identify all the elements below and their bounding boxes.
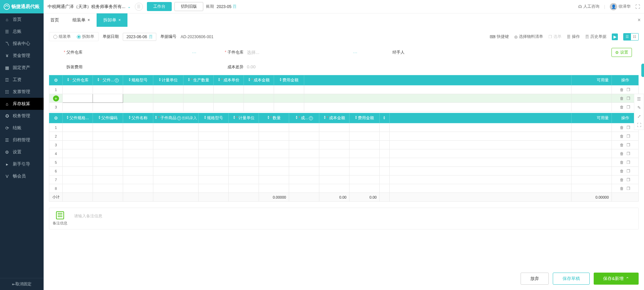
nav-archive[interactable]: ☰归档管理 [0,134,44,146]
copy-icon[interactable]: ❐ [627,169,630,173]
copy-icon[interactable]: ❐ [627,186,630,191]
close-all-tabs[interactable]: × [638,17,641,23]
delete-icon[interactable]: 🗑 [620,160,624,165]
nav-inventory[interactable]: ⌂库存核算 [0,98,44,110]
table-row[interactable]: 6🗑❐ [49,167,639,175]
radio-disassembly[interactable]: 拆卸单 [77,34,94,40]
fullscreen-icon[interactable]: ⛶ [635,4,640,9]
nav-home[interactable]: ⌂首页 [0,13,44,25]
copy-icon[interactable]: ❐ [627,87,630,92]
tool-1[interactable]: ☰ [636,95,642,102]
delete-icon[interactable]: 🗑 [620,105,624,110]
tool-2[interactable]: ✎ [636,104,642,111]
period-value[interactable]: 2023-05 [217,4,231,9]
nav-assets[interactable]: ▦固定资产 [0,62,44,74]
table-row[interactable]: 8🗑❐ [49,184,639,193]
tool-3[interactable]: ⤢ [636,113,642,120]
radio-assembly[interactable]: 组装单 [53,34,71,40]
table-row[interactable]: 1🗑❐ [49,123,639,132]
delete-icon[interactable]: 🗑 [620,169,624,173]
delete-icon[interactable]: 🗑 [620,186,624,191]
tabbar: 首页 组装单× 拆卸单× × [44,13,644,27]
child-wh-lookup[interactable]: ··· [353,50,358,55]
copy-icon[interactable]: ❐ [627,160,630,165]
gear-icon[interactable]: ⚙ [54,78,58,83]
scroll-indicator[interactable] [641,64,644,77]
delete-icon[interactable]: 🗑 [620,96,624,101]
tab-disassembly[interactable]: 拆卸单× [97,13,127,27]
view-list[interactable]: ☰ [624,33,631,40]
asm-fee-input[interactable] [86,64,197,70]
nav-guide[interactable]: ▸新手引导 [0,158,44,170]
refresh-button[interactable]: ☰ [135,3,143,11]
handler-input[interactable] [408,49,519,56]
gear-icon[interactable]: ⚙ [54,116,58,121]
note-input[interactable] [72,211,635,225]
history-action[interactable]: ☶历史单据 [585,34,606,40]
parent-wh-lookup[interactable]: ··· [192,50,197,55]
table-row[interactable]: 7🗑❐ [49,175,639,184]
tool-4[interactable]: ⛶ [636,122,642,128]
doc-date-input[interactable]: 2023-06-06☶ [123,33,156,41]
calendar-icon[interactable]: ☶ [149,34,153,39]
nav-close[interactable]: ⟳结账 [0,122,44,134]
help-icon[interactable]: ? [177,116,181,120]
help-icon[interactable]: ? [115,78,119,82]
nav-settings[interactable]: ⚙设置 [0,146,44,158]
delete-icon[interactable]: 🗑 [620,134,624,139]
delete-icon[interactable]: 🗑 [620,177,624,182]
delete-icon[interactable]: 🗑 [620,143,624,147]
table-row[interactable]: 5🗑❐ [49,158,639,167]
tab-assembly[interactable]: 组装单× [66,13,97,27]
child-wh-input[interactable] [247,49,350,56]
copy-icon[interactable]: ❐ [627,177,630,182]
delete-icon[interactable]: 🗑 [620,151,624,156]
user-menu[interactable]: 👤徐泽华 [610,3,631,10]
shortcut-action[interactable]: ⌨快捷键 [490,34,509,40]
old-version-button[interactable]: 切到旧版 [174,2,203,11]
consult-link[interactable]: ☊人工咨询 [578,4,599,9]
nav-funds[interactable]: ¥资金管理 [0,50,44,62]
parent-wh-input[interactable] [86,49,189,56]
chevron-down-icon[interactable]: ⌄ [127,4,131,9]
workbench-button[interactable]: 工作台 [147,2,172,11]
copy-icon[interactable]: ❐ [627,96,630,101]
view-grid[interactable]: ☷ [631,33,638,40]
nav-invoice[interactable]: ☷发票管理 [0,86,44,98]
copy-icon[interactable]: ❐ [627,125,630,130]
help-icon[interactable]: ? [309,116,313,120]
table-row[interactable]: 3🗑❐ [49,103,639,112]
table-row[interactable]: 4🗑❐ [49,149,639,158]
copy-icon[interactable]: ❐ [627,143,630,147]
abandon-button[interactable]: 放弃 [521,273,549,285]
add-row-button[interactable]: + [53,95,59,101]
operate-action[interactable]: ☰操作 [567,34,580,40]
table-row[interactable]: +🗑❐ [49,94,639,103]
table-row[interactable]: 2🗑❐ [49,132,639,141]
nav-reports[interactable]: 〽报表中心 [0,38,44,50]
copy-icon[interactable]: ❐ [627,134,630,139]
cost-diff-input[interactable] [247,64,358,70]
copy-icon[interactable]: ❐ [627,151,630,156]
next-button[interactable]: ▶ [612,33,618,40]
close-icon[interactable]: × [118,18,121,22]
tab-home[interactable]: 首页 [44,13,66,27]
company-selector[interactable]: 中税网通广泽（天津）税务师事务所有... [48,4,125,10]
nav-salary[interactable]: ☲工资 [0,74,44,86]
settings-button[interactable]: ⚙设置 [611,48,632,57]
table-row[interactable]: 1🗑❐ [49,85,639,94]
material-list-action[interactable]: ◎选择物料清单 [514,34,543,40]
delete-icon[interactable]: 🗑 [620,87,624,92]
nav-vip[interactable]: V畅会员 [0,170,44,182]
delete-icon[interactable]: 🗑 [620,125,624,130]
pick-action[interactable]: ❐选单 [548,34,561,40]
table-row[interactable]: 3🗑❐ [49,141,639,149]
close-icon[interactable]: × [88,18,90,22]
nav-ledger[interactable]: ☰总账 [0,25,44,38]
nav-tax[interactable]: ✪税务管理 [0,110,44,122]
copy-icon[interactable]: ❐ [627,105,630,110]
save-new-button[interactable]: 保存&新增⌃ [594,273,639,285]
save-draft-button[interactable]: 保存草稿 [553,273,590,285]
calendar-icon[interactable]: ☶ [233,4,236,9]
unpin-button[interactable]: ⇤取消固定 [0,278,44,290]
